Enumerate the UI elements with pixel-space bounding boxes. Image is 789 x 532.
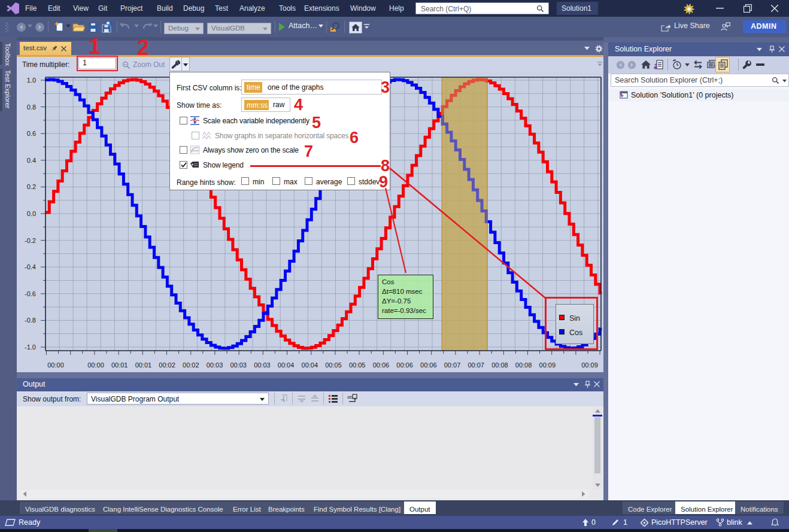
svg-text:0.8: 0.8	[27, 104, 36, 111]
svg-text:0.6: 0.6	[27, 130, 36, 137]
svg-text:00:03: 00:03	[254, 361, 271, 369]
svg-text:00:09: 00:09	[539, 361, 556, 369]
svg-text:00:00: 00:00	[87, 361, 104, 369]
svg-text:-0.8: -0.8	[25, 317, 36, 324]
svg-text:00:04: 00:04	[278, 361, 295, 369]
svg-text:00:08: 00:08	[491, 361, 508, 369]
svg-text:00:00: 00:00	[47, 361, 64, 369]
svg-text:00:06: 00:06	[396, 361, 413, 369]
svg-text:-0.6: -0.6	[25, 290, 36, 297]
svg-text:00:02: 00:02	[183, 361, 199, 369]
svg-text:00:05: 00:05	[325, 361, 342, 369]
svg-text:-0.2: -0.2	[25, 237, 36, 244]
svg-text:00:01: 00:01	[111, 361, 128, 369]
svg-text:0.4: 0.4	[27, 157, 36, 164]
svg-text:00:07: 00:07	[468, 361, 484, 369]
svg-text:00:06: 00:06	[373, 361, 390, 369]
svg-text:00:06: 00:06	[420, 361, 437, 369]
svg-text:00:08: 00:08	[515, 361, 532, 369]
svg-text:00:04: 00:04	[302, 361, 318, 369]
svg-text:00:01: 00:01	[135, 361, 152, 369]
svg-text:-0.4: -0.4	[25, 263, 36, 270]
svg-text:0.2: 0.2	[27, 183, 36, 190]
svg-text:00:03: 00:03	[230, 361, 247, 369]
svg-text:-1.0: -1.0	[25, 343, 36, 351]
svg-text:00:05: 00:05	[349, 361, 366, 369]
svg-text:00:02: 00:02	[159, 361, 175, 369]
svg-text:00:07: 00:07	[444, 361, 461, 369]
svg-text:1.0: 1.0	[27, 77, 36, 84]
svg-text:00:09: 00:09	[581, 361, 598, 369]
svg-text:0.0: 0.0	[27, 210, 36, 217]
svg-text:00:03: 00:03	[207, 361, 223, 369]
svg-text:ab: ab	[347, 394, 353, 400]
